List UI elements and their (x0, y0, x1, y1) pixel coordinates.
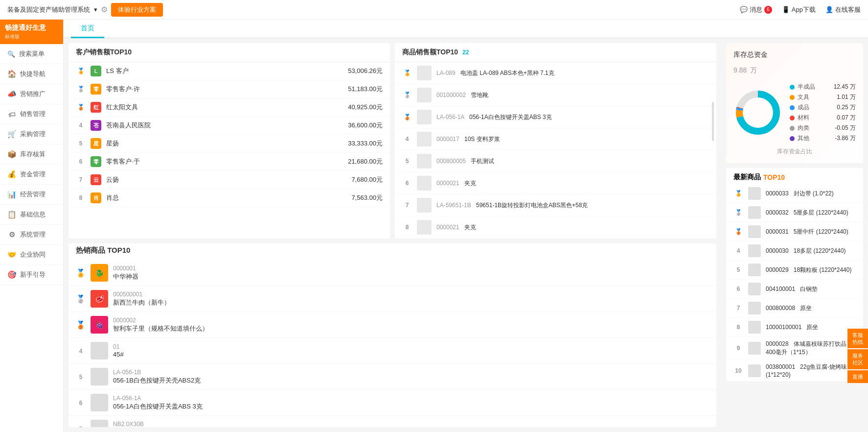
live-button[interactable]: 直播 (847, 370, 868, 383)
product-info: LA-056-1A 056-1A白色按键开关盖ABS 3克 (113, 395, 709, 411)
rank-badge: 肖 (91, 192, 101, 203)
rank-number: 7 (76, 176, 86, 183)
list-item: 🏅 🐉 0000001 中华神器 (69, 260, 716, 286)
community-button[interactable]: 服务社区 (847, 349, 868, 369)
table-row: 5 000800005 手机测试 (395, 150, 716, 172)
table-row: 6 零 零售客户·于 21,680.00元 (69, 153, 390, 171)
product-name: 新西兰牛肉（新牛） (113, 298, 709, 307)
rank: 7 (733, 305, 743, 312)
product-info: 0000002 智利车子里（规格不知道填什么） (113, 317, 709, 333)
notification-button[interactable]: 💬 消息 6 (740, 5, 772, 14)
list-item: 🥈 0000032 5厘多层 (1220*2440) (726, 203, 863, 222)
sidebar-item-enterprise[interactable]: 🤝 企业协同 (0, 245, 63, 265)
product-image (748, 244, 761, 257)
tab-home[interactable]: 首页 (71, 20, 104, 38)
system-selector[interactable]: 装备及固定资产辅助管理系统 ▾ (7, 5, 97, 14)
rank-badge: 星 (91, 138, 101, 149)
sidebar-item-finance[interactable]: 💰 资金管理 (0, 165, 63, 185)
sidebar-item-inventory[interactable]: 📦 库存核算 (0, 144, 63, 165)
rank: 🏅 (76, 268, 86, 278)
product-image (748, 264, 761, 276)
sales-icon: 🏷 (7, 110, 16, 119)
product-info: 0000021 夹克 (436, 223, 709, 232)
sidebar-label-operations: 经营管理 (20, 190, 46, 199)
purchase-icon: 🛒 (7, 130, 16, 139)
settings-button[interactable]: ⚙ (97, 3, 111, 17)
legend-dot-roulei (790, 126, 795, 131)
top10-badge: TOP10 (763, 173, 785, 181)
product-image (417, 110, 432, 124)
product-image (417, 66, 432, 80)
rank: 10 (733, 367, 743, 374)
rank-name: 苍南县人民医院 (106, 121, 343, 130)
rank-badge: 红 (91, 102, 101, 113)
customer-service-button[interactable]: 客服热线 (847, 329, 868, 349)
search-menu-item[interactable]: 🔍 搜索菜单 (0, 44, 63, 64)
online-service-button[interactable]: 👤 在线客服 (825, 5, 861, 14)
sidebar-item-quick-nav[interactable]: 🏠 快捷导航 (0, 64, 63, 84)
legend-label: 材料 (798, 114, 834, 122)
legend-value: -0.05 万 (835, 124, 856, 132)
product-image (417, 198, 432, 213)
product-image (748, 364, 761, 377)
sidebar-label-inventory: 库存核算 (20, 150, 46, 159)
product-info: NB2.0X30B 2.0X30MM双搓花轴,搓花直径2.1MM/ROHS (113, 421, 709, 428)
product-image (417, 88, 432, 102)
table-row: 🥈 001000002 雪地靴 (395, 84, 716, 106)
legend-value: 12.45 万 (834, 83, 856, 91)
sidebar: 畅捷通好生意 标准版 🔍 搜索菜单 🏠 快捷导航 📣 营销推广 🏷 销售管理 🛒… (0, 20, 64, 432)
product-info: 0000017 10S 变料罗浆 (436, 135, 709, 144)
sidebar-item-purchase[interactable]: 🛒 采购管理 (0, 124, 63, 144)
legend-label: 半成品 (798, 83, 831, 91)
logo-area: 畅捷通好生意 标准版 (0, 20, 63, 44)
system-icon: ⚙ (7, 230, 16, 239)
rank-amount: 36,600.00元 (348, 121, 383, 130)
rank-number: 🥈 (402, 92, 412, 98)
scrollbar[interactable] (712, 102, 714, 141)
customer-ranking-title: 客户销售额TOP10 (69, 43, 390, 62)
rank-number: 🥉 (402, 114, 412, 120)
sidebar-label-system: 系统管理 (20, 230, 46, 239)
float-buttons: 客服热线 服务社区 直播 (847, 329, 868, 383)
legend-value: 0.07 万 (837, 114, 856, 122)
rank-badge: 云 (91, 174, 101, 185)
inventory-icon: 📦 (7, 150, 16, 159)
table-row: 8 0000021 夹克 (395, 216, 716, 239)
rank-name: 零售客户·于 (106, 157, 343, 166)
sidebar-item-basic[interactable]: 📋 基础信息 (0, 205, 63, 225)
trial-button[interactable]: 体验行业方案 (111, 3, 163, 17)
sidebar-item-sales[interactable]: 🏷 销售管理 (0, 104, 63, 124)
product-name: 智利车子里（规格不知道填什么） (113, 324, 709, 333)
sidebar-item-operations[interactable]: 📊 经营管理 (0, 185, 63, 205)
sidebar-item-marketing[interactable]: 📣 营销推广 (0, 84, 63, 104)
top-right-actions: 💬 消息 6 📱 App下载 👤 在线客服 (740, 5, 861, 14)
app-download-button[interactable]: 📱 App下载 (782, 5, 816, 14)
rank-amount: 40,925.00元 (348, 103, 383, 112)
rank-number: 7 (402, 202, 412, 209)
product-info: 01 45# (113, 343, 709, 358)
sidebar-item-system[interactable]: ⚙ 系统管理 (0, 225, 63, 245)
product-name: 中华神器 (113, 272, 709, 281)
main-container: 畅捷通好生意 标准版 🔍 搜索菜单 🏠 快捷导航 📣 营销推广 🏷 销售管理 🛒… (0, 20, 868, 432)
table-row: 4 苍 苍南县人民医院 36,600.00元 (69, 117, 390, 135)
sidebar-label-finance: 资金管理 (20, 170, 46, 179)
legend-label: 文具 (798, 93, 834, 101)
product-name: 004100001 白钢垫 (766, 285, 856, 293)
product-image (748, 302, 761, 314)
marketing-icon: 📣 (7, 90, 16, 98)
product-info: 000800005 手机测试 (436, 157, 709, 166)
logo-title: 畅捷通好生意 (5, 24, 46, 32)
list-item: 9 0000028 体城嘉枝味苏打饮品400毫升（1*15） (726, 337, 863, 360)
inventory-total: 9.88 万 (733, 62, 856, 75)
product-name: 0000031 5厘中纤 (1220*2440) (766, 228, 856, 236)
content-area: 首页 客户销售额TOP10 🏅 L LS 客户 (64, 20, 868, 432)
new-products-title: 最新商品 (733, 173, 761, 182)
products-ranking-title: 商品销售额TOP10 22 (395, 43, 716, 62)
rank-amount: 7,680.00元 (351, 175, 383, 184)
product-name: 056-1B白色按键开关壳ABS2克 (113, 376, 709, 385)
hot-products-list: 🏅 🐉 0000001 中华神器 🥈 🥩 000500001 (69, 260, 716, 427)
online-service-label: 在线客服 (835, 5, 861, 14)
sidebar-item-guide[interactable]: 🎯 新手引导 (0, 265, 63, 285)
rank: 6 (76, 399, 86, 407)
list-item: 5 LA-056-1B 056-1B白色按键开关壳ABS2克 (69, 364, 716, 390)
